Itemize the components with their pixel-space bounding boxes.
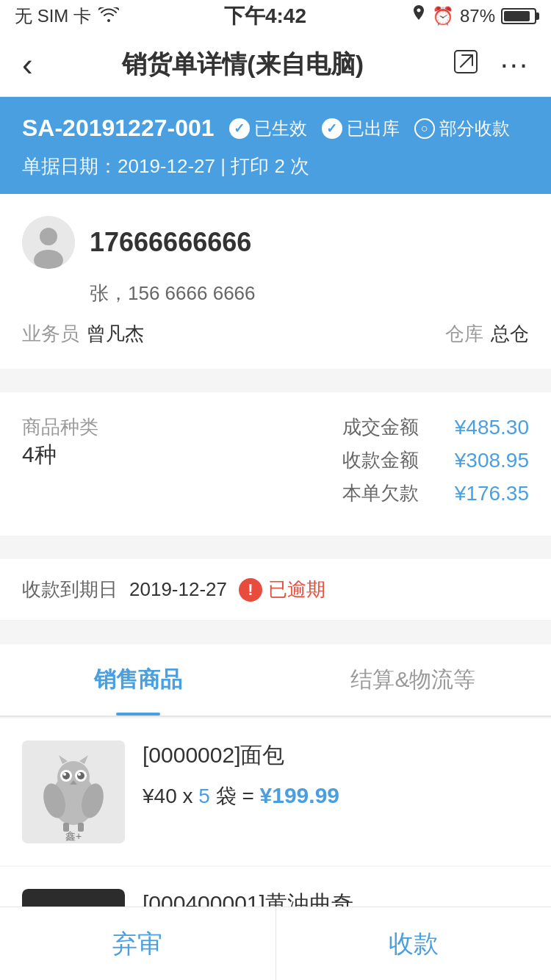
overdue-badge: ! 已逾期	[239, 577, 325, 602]
wifi-icon	[98, 6, 119, 26]
warehouse-name: 总仓	[491, 321, 529, 347]
avatar	[22, 216, 75, 269]
alarm-icon: ⏰	[432, 6, 454, 26]
status-right: ⏰ 87%	[411, 5, 536, 27]
product-image-1: 鑫+	[22, 741, 125, 843]
nav-actions: ···	[453, 48, 529, 81]
received-row: 收款金额 ¥308.95	[342, 447, 529, 473]
svg-point-9	[62, 772, 70, 779]
warehouse-label: 仓库	[445, 321, 483, 347]
bottom-bar: 弃审 收款	[0, 907, 551, 980]
salesperson-name: 曾凡杰	[87, 321, 144, 347]
amount-row: 成交金额 ¥485.30	[342, 414, 529, 440]
stats-right: 成交金额 ¥485.30 收款金额 ¥308.95 本单欠款 ¥176.35	[342, 414, 529, 514]
clock-icon: ○	[414, 118, 435, 139]
page-title: 销货单详情(来自电脑)	[122, 48, 364, 82]
type-count: 4种	[22, 440, 98, 470]
more-button[interactable]: ···	[500, 48, 529, 81]
amount-value: ¥485.30	[433, 416, 529, 439]
battery-text: 87%	[460, 6, 495, 26]
product-name-1: [0000002]面包	[143, 741, 529, 771]
product-price-1: ¥40 x 5 袋 = ¥199.99	[143, 782, 529, 810]
carrier-text: 无 SIM 卡	[15, 4, 91, 28]
customer-contact: 张，156 6666 6666	[90, 281, 529, 306]
back-button[interactable]: ‹	[22, 46, 33, 83]
abandon-review-button[interactable]: 弃审	[0, 907, 276, 980]
check-icon-2: ✓	[322, 118, 342, 139]
status-bar: 无 SIM 卡 下午4:42 ⏰ 87%	[0, 0, 551, 32]
overdue-text: 已逾期	[268, 577, 325, 602]
product-info-1: [0000002]面包 ¥40 x 5 袋 = ¥199.99	[143, 741, 529, 810]
status-carrier: 无 SIM 卡	[15, 4, 119, 28]
tabs-section: 销售商品 结算&物流等	[0, 644, 551, 717]
type-label: 商品种类	[22, 414, 98, 440]
location-icon	[411, 5, 426, 27]
overdue-icon: !	[239, 578, 262, 602]
tab-underline	[116, 713, 160, 716]
owed-value: ¥176.35	[433, 482, 529, 505]
badge-partial-payment: ○ 部分收款	[414, 117, 510, 140]
collect-payment-button[interactable]: 收款	[276, 907, 552, 980]
check-icon-1: ✓	[229, 118, 250, 139]
due-label: 收款到期日	[22, 577, 118, 602]
stats-left: 商品种类 4种	[22, 414, 98, 470]
due-date-section: 收款到期日 2019-12-27 ! 已逾期	[0, 559, 551, 621]
product-total-1: ¥199.99	[260, 783, 339, 807]
customer-meta: 业务员 曾凡杰 仓库 总仓	[22, 321, 529, 347]
svg-point-12	[78, 773, 81, 776]
badge-shipped: ✓ 已出库	[322, 117, 400, 140]
stats-section: 商品种类 4种 成交金额 ¥485.30 收款金额 ¥308.95 本单欠款 ¥…	[0, 392, 551, 536]
share-button[interactable]	[453, 49, 478, 80]
battery-indicator	[501, 8, 536, 24]
svg-point-2	[40, 228, 57, 245]
order-id: SA-20191227-001	[22, 115, 215, 142]
owed-row: 本单欠款 ¥176.35	[342, 480, 529, 506]
tab-settlement[interactable]: 结算&物流等	[276, 644, 551, 716]
customer-id: 17666666666	[90, 227, 251, 258]
tab-sales[interactable]: 销售商品	[0, 644, 276, 716]
salesperson-label: 业务员	[22, 321, 79, 347]
header-banner: SA-20191227-001 ✓ 已生效 ✓ 已出库 ○ 部分收款 单据日期：…	[0, 97, 551, 194]
product-qty-1: 5	[198, 785, 210, 807]
nav-bar: ‹ 销货单详情(来自电脑) ···	[0, 32, 551, 97]
order-date: 单据日期：2019-12-27 | 打印 2 次	[22, 154, 529, 179]
received-value: ¥308.95	[433, 449, 529, 472]
due-date-value: 2019-12-27	[129, 578, 227, 601]
svg-text:鑫+: 鑫+	[65, 830, 82, 842]
customer-section: 17666666666 张，156 6666 6666 业务员 曾凡杰 仓库 总…	[0, 194, 551, 369]
svg-point-10	[77, 772, 84, 779]
status-time: 下午4:42	[224, 2, 306, 30]
svg-point-11	[63, 773, 66, 776]
badge-effective: ✓ 已生效	[229, 117, 307, 140]
product-item: 鑫+ [0000002]面包 ¥40 x 5 袋 = ¥199.99	[0, 718, 551, 865]
